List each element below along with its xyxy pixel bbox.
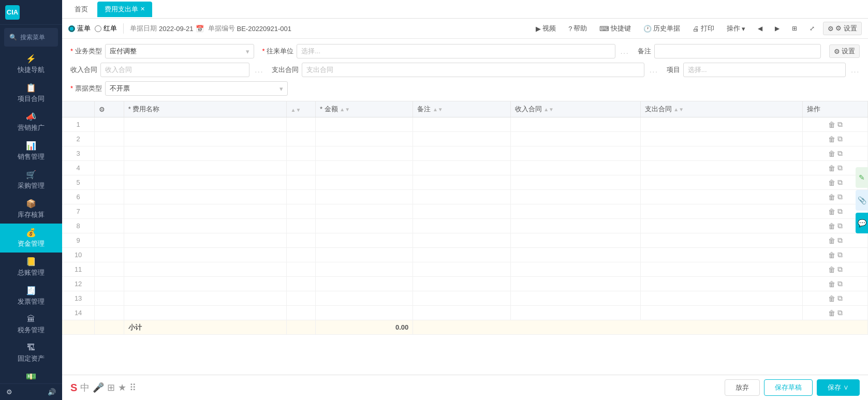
row-cell-expname[interactable] xyxy=(124,132,286,146)
radio-red[interactable]: 红单 xyxy=(95,24,117,33)
row-cell-amount[interactable] xyxy=(316,277,413,291)
sidebar-item-sales[interactable]: 📊销售管理 xyxy=(0,137,62,166)
settings-icon[interactable]: ⚙ xyxy=(6,388,12,396)
tab-expense[interactable]: 费用支出单✕ xyxy=(97,2,152,17)
row-cell-amount[interactable] xyxy=(316,262,413,277)
row-cell-amount[interactable] xyxy=(316,117,413,132)
row-cell-expname[interactable] xyxy=(124,204,286,219)
sidebar-item-quick-nav[interactable]: ⚡快捷导航 xyxy=(0,50,62,79)
row-cell-expname[interactable] xyxy=(124,291,286,306)
delete-row-btn[interactable]: 🗑 xyxy=(828,150,835,158)
bottom-icon-plus[interactable]: 中 xyxy=(80,381,90,394)
row-cell-amount[interactable] xyxy=(316,306,413,320)
delete-row-btn[interactable]: 🗑 xyxy=(828,280,835,288)
row-cell-income[interactable] xyxy=(510,190,640,204)
save-button[interactable]: 保存 ∨ xyxy=(817,379,860,396)
row-cell-amount[interactable] xyxy=(316,190,413,204)
row-cell-expname[interactable] xyxy=(124,146,286,161)
row-cell-expense[interactable] xyxy=(640,291,803,306)
row-cell-income[interactable] xyxy=(510,291,640,306)
delete-row-btn[interactable]: 🗑 xyxy=(828,193,835,201)
sidebar-item-marketing[interactable]: 📣营销推广 xyxy=(0,108,62,137)
row-cell-amount[interactable] xyxy=(316,233,413,248)
copy-row-btn[interactable]: ⧉ xyxy=(837,149,843,158)
expense-contract-input[interactable]: 支出合同 xyxy=(302,63,644,77)
row-cell-note[interactable] xyxy=(413,175,510,190)
row-cell-expname[interactable] xyxy=(124,248,286,262)
delete-row-btn[interactable]: 🗑 xyxy=(828,121,835,129)
grid-btn[interactable]: ⊞ xyxy=(788,23,801,34)
counter-party-more-btn[interactable]: ... xyxy=(621,48,629,55)
copy-row-btn[interactable]: ⧉ xyxy=(837,135,843,143)
row-cell-expname[interactable] xyxy=(124,233,286,248)
row-cell-income[interactable] xyxy=(510,146,640,161)
bottom-icon-apps[interactable]: ⠿ xyxy=(129,382,136,393)
row-cell-income[interactable] xyxy=(510,175,640,190)
float-btn-2[interactable]: 📎 xyxy=(856,190,868,211)
row-cell-note[interactable] xyxy=(413,204,510,219)
sidebar-item-salary[interactable]: 💵工资 xyxy=(0,367,62,383)
shortcuts-btn[interactable]: ⌨ 快捷键 xyxy=(595,22,635,35)
row-cell-expname[interactable] xyxy=(124,161,286,175)
expense-contract-more-btn[interactable]: ... xyxy=(650,66,658,74)
remark-input[interactable] xyxy=(654,44,821,58)
history-btn[interactable]: 🕐 历史单据 xyxy=(639,22,684,35)
copy-row-btn[interactable]: ⧉ xyxy=(837,192,843,201)
row-cell-amount[interactable] xyxy=(316,204,413,219)
row-cell-note[interactable] xyxy=(413,146,510,161)
copy-row-btn[interactable]: ⧉ xyxy=(837,265,843,274)
row-cell-amount[interactable] xyxy=(316,248,413,262)
row-cell-note[interactable] xyxy=(413,277,510,291)
next-btn[interactable]: ▶ xyxy=(771,23,784,34)
copy-row-btn[interactable]: ⧉ xyxy=(837,178,843,187)
row-cell-note[interactable] xyxy=(413,132,510,146)
row-cell-expense[interactable] xyxy=(640,248,803,262)
discard-button[interactable]: 放弃 xyxy=(725,379,760,396)
row-cell-expname[interactable] xyxy=(124,190,286,204)
row-cell-amount[interactable] xyxy=(316,132,413,146)
copy-row-btn[interactable]: ⧉ xyxy=(837,294,843,303)
sidebar-item-project-contract[interactable]: 📋项目合同 xyxy=(0,79,62,108)
row-cell-amount[interactable] xyxy=(316,219,413,233)
income-contract-more-btn[interactable]: ... xyxy=(255,66,263,74)
copy-row-btn[interactable]: ⧉ xyxy=(837,221,843,230)
row-cell-expname[interactable] xyxy=(124,262,286,277)
save-draft-button[interactable]: 保存草稿 xyxy=(764,379,813,396)
row-cell-note[interactable] xyxy=(413,262,510,277)
copy-row-btn[interactable]: ⧉ xyxy=(837,236,843,245)
row-cell-income[interactable] xyxy=(510,161,640,175)
sidebar-item-purchase[interactable]: 🛒采购管理 xyxy=(0,166,62,195)
row-cell-amount[interactable] xyxy=(316,175,413,190)
row-cell-note[interactable] xyxy=(413,161,510,175)
col-settings[interactable]: ⚙ xyxy=(95,101,124,117)
row-cell-note[interactable] xyxy=(413,291,510,306)
sidebar-search[interactable]: 🔍 搜索菜单 xyxy=(4,28,58,47)
row-cell-income[interactable] xyxy=(510,262,640,277)
delete-row-btn[interactable]: 🗑 xyxy=(828,164,835,172)
row-cell-expname[interactable] xyxy=(124,219,286,233)
row-cell-expense[interactable] xyxy=(640,132,803,146)
delete-row-btn[interactable]: 🗑 xyxy=(828,236,835,245)
row-cell-expense[interactable] xyxy=(640,219,803,233)
float-btn-1[interactable]: ✎ xyxy=(856,167,868,188)
copy-row-btn[interactable]: ⧉ xyxy=(837,120,843,129)
row-cell-note[interactable] xyxy=(413,306,510,320)
print-btn[interactable]: 🖨 打印 xyxy=(688,22,718,35)
row-cell-expense[interactable] xyxy=(640,117,803,132)
income-contract-input[interactable]: 收入合同 xyxy=(100,63,249,77)
row-cell-expense[interactable] xyxy=(640,277,803,291)
delete-row-btn[interactable]: 🗑 xyxy=(828,208,835,216)
delete-row-btn[interactable]: 🗑 xyxy=(828,179,835,187)
copy-row-btn[interactable]: ⧉ xyxy=(837,250,843,259)
row-cell-income[interactable] xyxy=(510,117,640,132)
row-cell-income[interactable] xyxy=(510,219,640,233)
row-cell-note[interactable] xyxy=(413,233,510,248)
prev-btn[interactable]: ◀ xyxy=(754,23,767,34)
row-cell-note[interactable] xyxy=(413,117,510,132)
row-cell-expense[interactable] xyxy=(640,175,803,190)
biz-type-select[interactable]: 应付调整 ▾ xyxy=(105,44,254,58)
row-cell-income[interactable] xyxy=(510,248,640,262)
project-more-btn[interactable]: ... xyxy=(851,66,860,74)
volume-icon[interactable]: 🔊 xyxy=(48,388,56,396)
help-btn[interactable]: ? 帮助 xyxy=(564,22,591,35)
